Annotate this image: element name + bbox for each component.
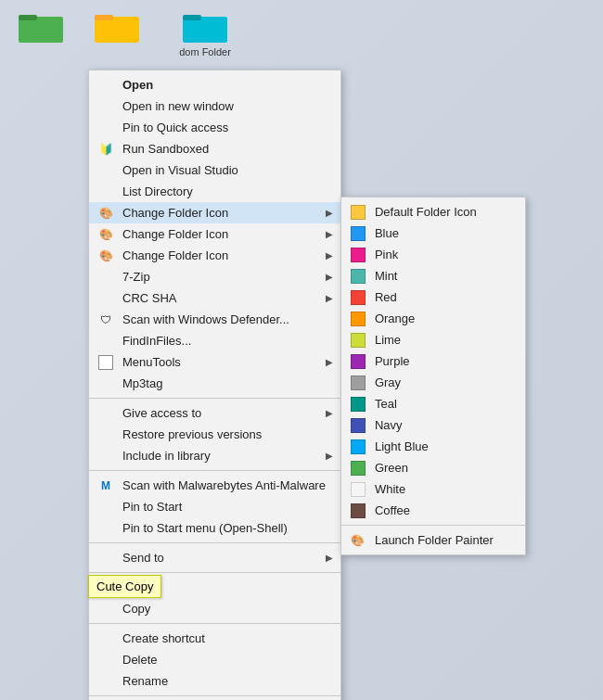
- color-green-label: Green: [375, 461, 408, 475]
- menu-item-crc-sha[interactable]: CRC SHA ▶: [89, 287, 340, 309]
- menu-item-rename[interactable]: Rename: [89, 670, 340, 692]
- menu-item-give-access[interactable]: Give access to ▶: [89, 402, 340, 424]
- swatch-default: [351, 205, 366, 220]
- 7zip-label: 7-Zip: [122, 270, 150, 284]
- swatch-gray: [351, 375, 366, 390]
- submenu-arrow-2: ▶: [326, 229, 333, 239]
- give-access-label: Give access to: [122, 406, 201, 420]
- menu-item-pin-quick-access[interactable]: Pin to Quick access: [89, 117, 340, 138]
- submenu-item-pink[interactable]: Pink: [341, 244, 525, 265]
- launch-painter-label: Launch Folder Painter: [375, 533, 494, 547]
- folder-icon-cyan: [183, 7, 227, 45]
- menu-item-send-to[interactable]: Send to ▶: [89, 547, 340, 568]
- swatch-orange: [351, 312, 366, 326]
- separator-3: [89, 542, 340, 543]
- color-blue-label: Blue: [375, 226, 399, 240]
- menu-item-open-visual-studio[interactable]: Open in Visual Studio: [89, 159, 340, 181]
- open-label: Open: [122, 78, 153, 92]
- submenu-arrow-3: ▶: [326, 250, 333, 261]
- include-library-label: Include in library: [122, 449, 211, 463]
- menu-item-scan-malwarebytes[interactable]: M Scan with Malwarebytes Anti-Malware: [89, 475, 340, 496]
- swatch-red: [351, 290, 366, 305]
- submenu-item-lime[interactable]: Lime: [341, 329, 525, 350]
- open-new-window-label: Open in new window: [122, 99, 234, 113]
- submenu-item-green[interactable]: Green: [341, 457, 525, 478]
- svg-rect-4: [183, 17, 227, 43]
- menu-item-open[interactable]: Open: [89, 74, 340, 95]
- defender-icon: 🛡: [98, 312, 113, 327]
- menu-item-change-folder-icon-1[interactable]: 🎨 Change Folder Icon ▶ Default Folder Ic…: [89, 202, 340, 223]
- rename-label: Rename: [122, 674, 168, 688]
- menu-item-menu-tools[interactable]: MenuTools ▶: [89, 351, 340, 373]
- find-in-files-label: FindInFiles...: [122, 334, 191, 348]
- malwarebytes-icon: M: [98, 478, 113, 493]
- restore-versions-label: Restore previous versions: [122, 427, 262, 441]
- menu-item-change-folder-icon-3[interactable]: 🎨 Change Folder Icon ▶: [89, 245, 340, 266]
- copy-label: Copy: [122, 602, 150, 616]
- svg-rect-0: [19, 17, 63, 43]
- submenu-item-purple[interactable]: Purple: [341, 350, 525, 372]
- swatch-lime: [351, 333, 366, 348]
- submenu-item-white[interactable]: White: [341, 478, 525, 500]
- swatch-light-blue: [351, 439, 366, 454]
- submenu-separator: [341, 525, 525, 526]
- submenu-item-blue[interactable]: Blue: [341, 223, 525, 244]
- menu-item-create-shortcut[interactable]: Create shortcut: [89, 628, 340, 649]
- menu-item-copy[interactable]: Copy: [89, 598, 340, 619]
- menu-tools-icon: [98, 355, 113, 370]
- submenu-item-navy[interactable]: Navy: [341, 414, 525, 436]
- desktop-folder-cyan[interactable]: dom Folder: [172, 7, 238, 57]
- menu-item-find-in-files[interactable]: FindInFiles...: [89, 330, 340, 351]
- create-shortcut-label: Create shortcut: [122, 631, 205, 645]
- menu-item-scan-defender[interactable]: 🛡 Scan with Windows Defender...: [89, 309, 340, 330]
- folder-label-cyan: dom Folder: [179, 46, 231, 57]
- desktop-folder-yellow[interactable]: [83, 7, 150, 45]
- submenu-item-orange[interactable]: Orange: [341, 308, 525, 329]
- color-light-blue-label: Light Blue: [375, 439, 429, 453]
- menu-item-change-folder-icon-2[interactable]: 🎨 Change Folder Icon ▶: [89, 223, 340, 245]
- menu-item-mp3tag[interactable]: Mp3tag: [89, 373, 340, 394]
- mp3tag-label: Mp3tag: [122, 376, 162, 390]
- arrow-send-to: ▶: [326, 553, 333, 563]
- submenu-item-default[interactable]: Default Folder Icon: [341, 201, 525, 223]
- swatch-white: [351, 482, 366, 497]
- menu-item-delete[interactable]: Delete: [89, 649, 340, 670]
- color-gray-label: Gray: [375, 375, 401, 389]
- scan-defender-label: Scan with Windows Defender...: [122, 312, 289, 326]
- list-dir-label: List Directory: [122, 185, 193, 198]
- submenu-item-red[interactable]: Red: [341, 286, 525, 308]
- menu-item-7zip[interactable]: 7-Zip ▶: [89, 266, 340, 287]
- menu-item-pin-start[interactable]: Pin to Start: [89, 496, 340, 517]
- menu-item-open-new-window[interactable]: Open in new window: [89, 95, 340, 117]
- separator-6: [89, 695, 340, 696]
- swatch-purple: [351, 354, 366, 369]
- separator-1: [89, 398, 340, 399]
- submenu-item-mint[interactable]: Mint: [341, 265, 525, 286]
- swatch-pink: [351, 248, 366, 262]
- change-folder-icon-2-label: Change Folder Icon: [122, 227, 228, 241]
- submenu-arrow-1: ▶: [326, 208, 333, 218]
- submenu-item-teal[interactable]: Teal: [341, 393, 525, 414]
- menu-item-restore-versions[interactable]: Restore previous versions: [89, 424, 340, 445]
- menu-item-list-directory[interactable]: List Directory: [89, 181, 340, 202]
- submenu-item-light-blue[interactable]: Light Blue: [341, 436, 525, 457]
- menu-item-run-sandboxed[interactable]: 🔰 Run Sandboxed: [89, 138, 340, 159]
- pin-quick-access-label: Pin to Quick access: [122, 121, 228, 134]
- color-navy-label: Navy: [375, 418, 403, 432]
- folder-icon-yellow: [95, 7, 139, 45]
- submenu-item-coffee[interactable]: Coffee: [341, 500, 525, 521]
- color-mint-label: Mint: [375, 269, 398, 283]
- swatch-coffee: [351, 503, 366, 518]
- desktop-folder-green[interactable]: [7, 7, 74, 45]
- menu-item-pin-start-menu[interactable]: Pin to Start menu (Open-Shell): [89, 517, 340, 539]
- painter-icon-1: 🎨: [98, 206, 113, 221]
- arrow-give-access: ▶: [326, 408, 333, 418]
- arrow-include: ▶: [326, 451, 333, 461]
- swatch-mint: [351, 269, 366, 284]
- menu-item-include-library[interactable]: Include in library ▶: [89, 445, 340, 466]
- arrow-7zip: ▶: [326, 272, 333, 282]
- launch-folder-painter[interactable]: 🎨 Launch Folder Painter: [341, 529, 525, 551]
- color-lime-label: Lime: [375, 333, 401, 347]
- submenu-item-gray[interactable]: Gray: [341, 372, 525, 393]
- color-coffee-label: Coffee: [375, 503, 410, 517]
